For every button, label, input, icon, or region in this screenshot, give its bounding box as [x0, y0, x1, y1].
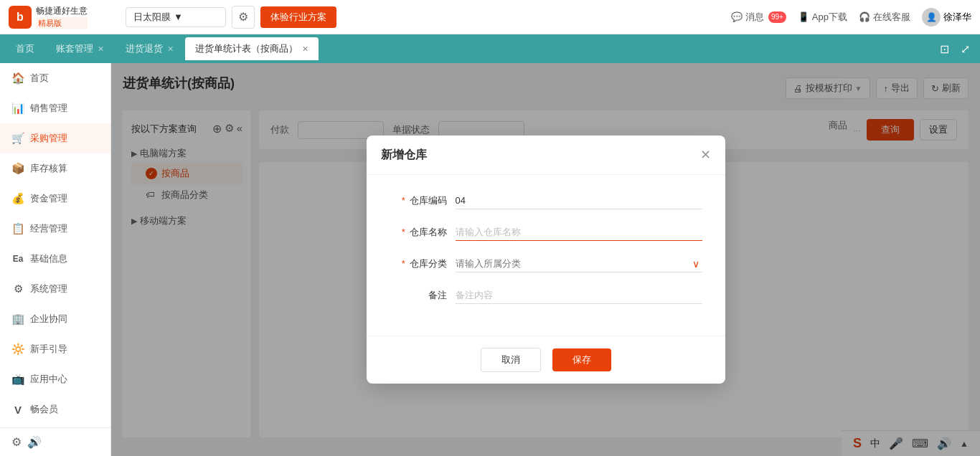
form-row-category: * 仓库分类 ∨	[390, 255, 702, 272]
notes-label: 备注	[390, 289, 447, 302]
online-service-label: 在线客服	[873, 11, 910, 24]
sidebar-item-guide[interactable]: 🔆 新手引导	[0, 334, 110, 364]
sidebar-item-operations[interactable]: 📋 经营管理	[0, 214, 110, 244]
sidebar-item-inventory[interactable]: 📦 库存核算	[0, 153, 110, 184]
warehouse-category-label: * 仓库分类	[390, 257, 447, 270]
tab-account-label: 账套管理	[56, 42, 93, 55]
sidebar-item-finance[interactable]: 💰 资金管理	[0, 184, 110, 214]
tab-home-label: 首页	[16, 42, 34, 55]
sidebar-home-label: 首页	[30, 72, 49, 85]
sidebar-operations-label: 经营管理	[30, 222, 67, 235]
sidebar-basic-info-label: 基础信息	[30, 252, 67, 265]
logo-badge: 精易版	[36, 17, 88, 29]
messages-badge: 99+	[768, 11, 786, 23]
modal-header: 新增仓库 ✕	[367, 136, 725, 175]
form-row-code: * 仓库编码	[390, 192, 702, 209]
sidebar-guide-label: 新手引导	[30, 343, 67, 356]
logo-icon: b	[9, 6, 32, 29]
sidebar-member-label: 畅会员	[30, 403, 58, 416]
tab-home[interactable]: 首页	[6, 37, 44, 60]
tab-expand-icon[interactable]: ⤢	[956, 42, 974, 56]
store-selector[interactable]: 日太阳膜 ▼	[126, 7, 226, 27]
cancel-button[interactable]: 取消	[481, 348, 541, 372]
logo-text: 畅捷通好生意	[36, 5, 88, 17]
home-icon: 🏠	[11, 72, 24, 85]
message-icon: 💬	[731, 11, 743, 22]
warehouse-code-label: * 仓库编码	[390, 194, 447, 207]
sales-icon: 📊	[11, 102, 24, 115]
warehouse-category-input[interactable]	[456, 255, 702, 272]
form-row-name: * 仓库名称	[390, 224, 702, 241]
header-right: 💬 消息 99+ 📱 App下载 🎧 在线客服 👤 徐泽华	[731, 8, 971, 27]
inventory-icon: 📦	[11, 162, 24, 175]
sidebar-system-label: 系统管理	[30, 282, 67, 295]
trial-button[interactable]: 体验行业方案	[260, 6, 336, 28]
tab-account-close-icon[interactable]: ✕	[98, 44, 104, 54]
content-area: 进货单统计(按商品) 🖨 按模板打印 ▼ ↑ 导出 ↻ 刷新	[111, 63, 980, 456]
chevron-down-icon: ▼	[174, 11, 183, 22]
tab-purchase-return[interactable]: 进货退货 ✕	[116, 37, 184, 60]
modal-dialog: 新增仓库 ✕ * 仓库编码	[367, 136, 725, 384]
member-icon: V	[11, 403, 24, 416]
tab-account[interactable]: 账套管理 ✕	[46, 37, 114, 60]
sidebar-purchase-label: 采购管理	[30, 132, 67, 145]
username-label: 徐泽华	[943, 11, 971, 24]
headset-icon: 🎧	[859, 11, 870, 22]
modal-body: * 仓库编码 * 仓库名称	[367, 175, 725, 336]
tab-purchase-return-close-icon[interactable]: ✕	[167, 44, 174, 54]
tab-controls: ⊡ ⤢	[936, 42, 974, 56]
messages-button[interactable]: 💬 消息 99+	[731, 11, 786, 24]
warehouse-code-input[interactable]	[456, 192, 702, 209]
app-download-button[interactable]: 📱 App下载	[798, 11, 847, 24]
sidebar-enterprise-label: 企业协同	[30, 313, 67, 326]
operations-icon: 📋	[11, 222, 24, 235]
tab-restore-icon[interactable]: ⊡	[936, 42, 953, 56]
modal-close-icon[interactable]: ✕	[700, 147, 711, 163]
sidebar-sales-label: 销售管理	[30, 102, 67, 115]
appstore-icon: 📺	[11, 373, 24, 386]
tab-purchase-stats[interactable]: 进货单统计表（按商品） ✕	[185, 37, 319, 60]
required-star-code: *	[402, 195, 405, 206]
sidebar-item-basic-info[interactable]: Ea 基础信息	[0, 244, 110, 274]
guide-icon: 🔆	[11, 343, 24, 356]
online-service-button[interactable]: 🎧 在线客服	[859, 11, 910, 24]
notes-input[interactable]	[456, 287, 702, 304]
sidebar-sound-icon[interactable]: 🔊	[27, 435, 42, 449]
main-layout: 🏠 首页 📊 销售管理 🛒 采购管理 📦 库存核算 💰 资金管理 📋 经营管理 …	[0, 63, 980, 456]
basic-info-icon: Ea	[11, 252, 24, 265]
tab-purchase-return-label: 进货退货	[126, 42, 163, 55]
modal-footer: 取消 保存	[367, 336, 725, 384]
sidebar-item-appstore[interactable]: 📺 应用中心	[0, 364, 110, 394]
sidebar-item-system[interactable]: ⚙ 系统管理	[0, 274, 110, 304]
sidebar-bottom: ⚙ 🔊	[0, 427, 110, 456]
user-avatar: 👤	[922, 8, 941, 27]
user-area[interactable]: 👤 徐泽华	[922, 8, 971, 27]
modal-backdrop: 新增仓库 ✕ * 仓库编码	[111, 63, 980, 456]
settings-icon[interactable]: ⚙	[232, 6, 255, 29]
sidebar: 🏠 首页 📊 销售管理 🛒 采购管理 📦 库存核算 💰 资金管理 📋 经营管理 …	[0, 63, 111, 456]
warehouse-category-wrapper: ∨	[456, 255, 702, 272]
sidebar-item-member[interactable]: V 畅会员	[0, 394, 110, 424]
modal-title: 新增仓库	[381, 148, 427, 163]
sidebar-gear-icon[interactable]: ⚙	[11, 435, 22, 449]
sidebar-item-enterprise[interactable]: 🏢 企业协同	[0, 304, 110, 334]
tab-purchase-stats-close-icon[interactable]: ✕	[302, 44, 308, 54]
store-name: 日太阳膜	[133, 11, 171, 24]
sidebar-item-purchase[interactable]: 🛒 采购管理	[0, 123, 110, 153]
sidebar-inventory-label: 库存核算	[30, 162, 67, 175]
warehouse-name-input[interactable]	[456, 224, 702, 241]
sidebar-item-sales[interactable]: 📊 销售管理	[0, 93, 110, 123]
warehouse-name-label: * 仓库名称	[390, 226, 447, 239]
messages-label: 消息	[745, 11, 764, 24]
save-button[interactable]: 保存	[552, 348, 611, 371]
required-star-category: *	[402, 258, 405, 269]
finance-icon: 💰	[11, 192, 24, 205]
sidebar-appstore-label: 应用中心	[30, 373, 67, 386]
app-download-label: App下载	[812, 11, 847, 24]
system-icon: ⚙	[11, 282, 24, 295]
purchase-icon: 🛒	[11, 132, 24, 145]
sidebar-item-home[interactable]: 🏠 首页	[0, 63, 110, 93]
tab-bar: 首页 账套管理 ✕ 进货退货 ✕ 进货单统计表（按商品） ✕ ⊡ ⤢	[0, 34, 980, 63]
sidebar-finance-label: 资金管理	[30, 192, 67, 205]
required-star-name: *	[402, 227, 405, 237]
